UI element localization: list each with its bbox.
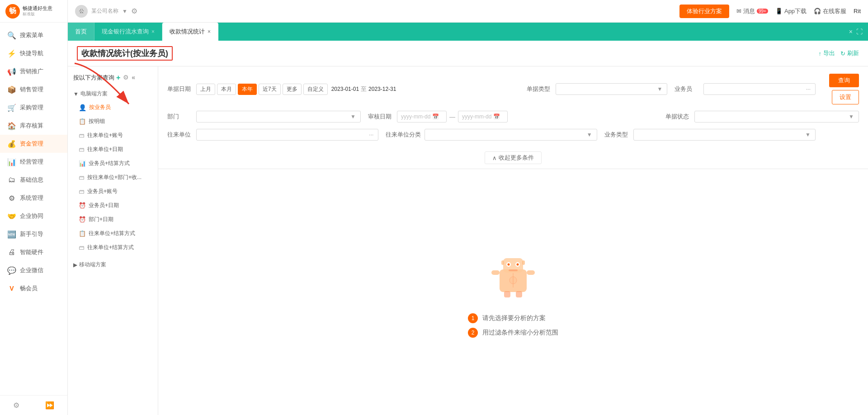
dept-input[interactable]: ▼: [196, 111, 361, 123]
sidebar-item-corp[interactable]: 🤝 企业协同: [0, 207, 67, 225]
sidebar-item-sales[interactable]: 📦 销售管理: [0, 80, 67, 99]
sidebar-item-purchase[interactable]: 🛒 采购管理: [0, 99, 67, 117]
scheme-section-desktop-header[interactable]: ▼ 电脑端方案: [68, 87, 158, 100]
sidebar-label-hw: 智能硬件: [20, 248, 43, 256]
gear-icon[interactable]: ⚙: [131, 7, 137, 15]
svg-point-12: [509, 277, 517, 284]
sidebar-item-search[interactable]: 🔍 搜索菜单: [0, 26, 67, 44]
tab-collect-close-icon[interactable]: ×: [208, 28, 211, 35]
sidebar-item-quicknav[interactable]: ⚡ 快捷导航: [0, 44, 67, 62]
audit-from-input[interactable]: yyyy-mm-dd 📅: [397, 111, 447, 123]
scheme-setting-icon[interactable]: ⚙: [123, 74, 129, 82]
sidebar-label-marketing: 营销推广: [20, 67, 43, 75]
scheme-section-mobile-header[interactable]: ▶ 移动端方案: [68, 258, 158, 271]
collapse-button[interactable]: ∧ 收起更多条件: [485, 151, 542, 164]
trial-button[interactable]: 体验行业方案: [679, 5, 729, 18]
online-service-action[interactable]: 🎧 在线客服: [814, 7, 846, 15]
staff-input[interactable]: ···: [703, 83, 816, 95]
scheme-item-staff-settle[interactable]: 📊 业务员+结算方式: [68, 156, 158, 170]
sidebar-item-stock[interactable]: 🏠 库存核算: [0, 117, 67, 135]
biz-type-input[interactable]: ▼: [633, 129, 816, 141]
scheme-item-label-unit-settle1: 往来单位+结算方式: [89, 230, 135, 237]
scheme-item-dept-date[interactable]: ⏰ 部门+日期: [68, 212, 158, 226]
tab-home-label: 首页: [75, 28, 87, 36]
scheme-collapse-icon[interactable]: «: [132, 74, 135, 82]
ops-icon: 📊: [7, 157, 16, 166]
refresh-button[interactable]: ↻ 刷新: [840, 49, 859, 57]
sidebar-item-system[interactable]: ⚙ 系统管理: [0, 189, 67, 207]
date-btn-this-month[interactable]: 本月: [217, 84, 236, 95]
app-download-action[interactable]: 📱 App下载: [775, 7, 807, 15]
date-range-display: 2023-01-01 至 2023-12-31: [331, 85, 396, 93]
scheme-item-unit-settle2[interactable]: 🗃 往来单位+结算方式: [68, 241, 158, 255]
tab-bank[interactable]: 现金银行流水查询 ×: [94, 23, 162, 41]
svg-rect-10: [516, 291, 522, 297]
sidebar-item-member[interactable]: V 畅会员: [0, 279, 67, 297]
date-btn-7days[interactable]: 近7天: [259, 84, 281, 95]
online-service-label: 在线客服: [823, 7, 846, 15]
sidebar-settings-icon[interactable]: ⚙: [13, 401, 19, 410]
empty-step-2: 2 用过滤条件来缩小分析范围: [468, 328, 558, 338]
date-btn-last-month[interactable]: 上月: [196, 84, 215, 95]
member-icon: V: [7, 284, 16, 293]
sidebar-label-system: 系统管理: [20, 194, 43, 202]
sidebar-item-guide[interactable]: 🆕 新手引导: [0, 225, 67, 243]
date-btn-custom[interactable]: 自定义: [303, 84, 328, 95]
tab-home[interactable]: 首页: [68, 23, 94, 41]
unit-type-input[interactable]: ▼: [425, 129, 597, 141]
tab-expand-icon[interactable]: ⛶: [856, 28, 863, 35]
dept-filter-group: 部门 ▼: [167, 111, 361, 123]
type-input[interactable]: ▼: [556, 83, 668, 95]
sidebar-item-base[interactable]: 🗂 基础信息: [0, 171, 67, 189]
sidebar-label-stock: 库存核算: [20, 122, 43, 130]
sidebar-label-corp: 企业协同: [20, 212, 43, 220]
unit-type-filter-group: 往来单位分类 ▼: [386, 129, 597, 141]
tab-bank-close-icon[interactable]: ×: [151, 28, 155, 35]
query-button[interactable]: 查询: [829, 74, 859, 87]
sidebar-item-finance[interactable]: 💰 资金管理: [0, 135, 67, 153]
service-icon: 🎧: [814, 8, 821, 14]
unit-input[interactable]: ···: [196, 129, 378, 141]
date-btn-more[interactable]: 更多: [283, 84, 302, 95]
base-icon: 🗂: [7, 175, 16, 184]
date-filter-group: 单据日期 上月 本月 本年 近7天 更多 自定义 2023-01-01: [167, 84, 519, 95]
scheme-item-unit-settle1[interactable]: 📋 往来单位+结算方式: [68, 226, 158, 241]
sidebar-item-hw[interactable]: 🖨 智能硬件: [0, 243, 67, 261]
dept-date-icon: ⏰: [79, 216, 86, 223]
message-action[interactable]: ✉ 消息 99+: [736, 7, 768, 15]
scheme-add-icon[interactable]: +: [116, 74, 120, 82]
sidebar-label-ops: 经营管理: [20, 158, 43, 166]
audit-from-calendar-icon: 📅: [432, 113, 439, 120]
biz-type-filter-group: 业务类型 ▼: [604, 129, 816, 141]
scheme-header-label: 按以下方案查询: [73, 74, 114, 82]
tabs-end: × ⛶: [849, 28, 868, 35]
marketing-icon: 📢: [7, 67, 16, 76]
scheme-item-unit-dept[interactable]: 🗃 按往来单位+部门+收...: [68, 170, 158, 184]
scheme-item-staff-date[interactable]: ⏰ 业务员+日期: [68, 198, 158, 212]
unit-dots-icon[interactable]: ···: [369, 132, 373, 138]
date-btn-this-year[interactable]: 本年: [238, 84, 257, 95]
audit-to-input[interactable]: yyyy-mm-dd 📅: [458, 111, 508, 123]
tab-collect[interactable]: 收款情况统计 ×: [162, 23, 218, 41]
export-button[interactable]: ↑ 导出: [819, 49, 835, 57]
scheme-item-staff-account[interactable]: 🗃 业务员+账号: [68, 184, 158, 198]
sidebar-item-ops[interactable]: 📊 经营管理: [0, 153, 67, 171]
sidebar-collapse-icon[interactable]: ⏩: [45, 401, 54, 410]
sidebar-item-wechat[interactable]: 💬 企业微信: [0, 261, 67, 279]
filter-row-1: 单据日期 上月 本月 本年 近7天 更多 自定义 2023-01-01: [167, 74, 859, 104]
user-action[interactable]: Rit: [854, 8, 861, 14]
scheme-item-unit-account[interactable]: 🗃 往来单位+账号: [68, 128, 158, 142]
tab-close-all-icon[interactable]: ×: [849, 28, 853, 35]
setting-button[interactable]: 设置: [832, 90, 859, 104]
search-icon: 🔍: [7, 31, 16, 40]
scheme-item-unit-date[interactable]: 🗃 往来单位+日期: [68, 142, 158, 156]
unit-type-label: 往来单位分类: [386, 131, 421, 139]
status-input[interactable]: ▼: [694, 111, 859, 123]
scheme-item-by-detail[interactable]: 📋 按明细: [68, 114, 158, 128]
scheme-section-desktop: ▼ 电脑端方案 👤 按业务员 📋 按明细 🗃 往来单位+账号: [68, 85, 158, 256]
export-label: 导出: [823, 49, 835, 57]
sidebar-item-marketing[interactable]: 📢 营销推广: [0, 62, 67, 80]
staff-dots-icon[interactable]: ···: [806, 86, 811, 92]
unit-label: 往来单位: [167, 131, 193, 139]
scheme-item-by-staff[interactable]: 👤 按业务员: [68, 100, 158, 114]
